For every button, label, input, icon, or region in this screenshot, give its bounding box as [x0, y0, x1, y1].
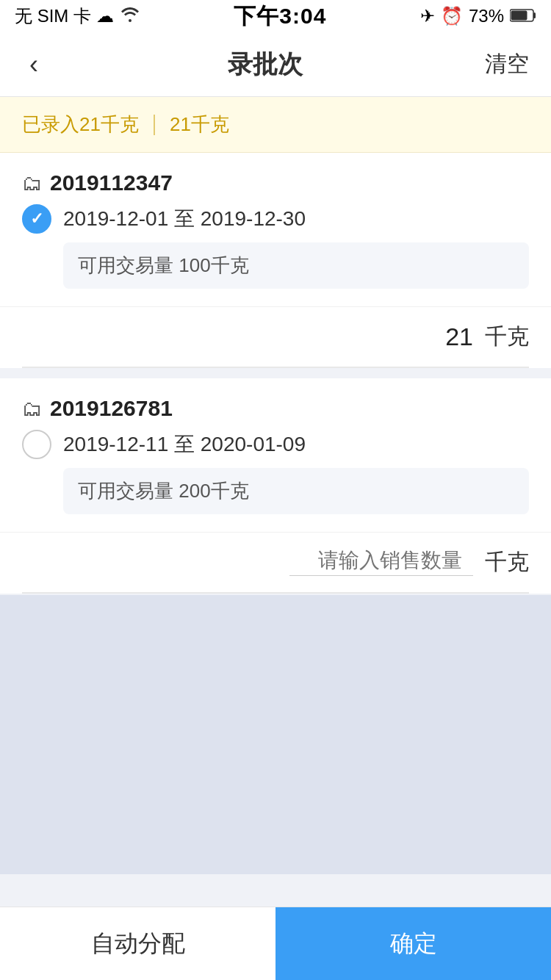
- svg-rect-2: [511, 11, 527, 21]
- input-underline-2: [289, 549, 473, 576]
- quantity-input-2[interactable]: [289, 549, 473, 572]
- batch-card-1: 🗂 2019112347 2019-12-01 至 2019-12-30 可用交…: [0, 153, 551, 368]
- quantity-row-1: 21 千克: [0, 306, 551, 367]
- quantity-unit-1: 千克: [485, 322, 529, 352]
- alarm-icon: ⏰: [441, 6, 463, 26]
- confirm-button[interactable]: 确定: [276, 907, 551, 980]
- section-sep-1: [22, 367, 529, 368]
- quantity-value-1: 21: [445, 323, 473, 351]
- status-time: 下午3:04: [234, 1, 326, 32]
- batch-row-2: 2019-12-11 至 2020-01-09: [22, 430, 529, 459]
- info-divider: [154, 115, 155, 135]
- sim-label: 无 SIM 卡 ☁: [15, 4, 114, 28]
- avail-box-1: 可用交易量 100千克: [63, 242, 529, 289]
- info-banner: 已录入21千克 21千克: [0, 97, 551, 153]
- clear-button[interactable]: 清空: [485, 49, 529, 79]
- batch-id-icon-2: 🗂: [22, 397, 43, 421]
- batch-id-2: 2019126781: [50, 396, 173, 421]
- batch-id-icon-1: 🗂: [22, 171, 43, 195]
- status-left: 无 SIM 卡 ☁: [15, 4, 140, 28]
- batch-date-1: 2019-12-01 至 2019-12-30: [63, 205, 306, 233]
- input-area-2: 千克: [0, 532, 551, 592]
- batch-card-2: 🗂 2019126781 2019-12-11 至 2020-01-09 可用交…: [0, 378, 551, 594]
- battery-icon: [510, 6, 536, 26]
- info-value: 21千克: [170, 112, 229, 137]
- section-sep-2: [22, 592, 529, 594]
- back-button[interactable]: ‹: [22, 42, 46, 87]
- location-icon: ✈: [420, 6, 435, 26]
- avail-box-2: 可用交易量 200千克: [63, 468, 529, 514]
- wifi-icon: [120, 6, 140, 26]
- batch-row-1: 2019-12-01 至 2019-12-30: [22, 204, 529, 234]
- batch-header-1: 🗂 2019112347: [22, 170, 529, 195]
- nav-bar: ‹ 录批次 清空: [0, 32, 551, 97]
- batch-item-2: 🗂 2019126781 2019-12-11 至 2020-01-09 可用交…: [0, 378, 551, 532]
- status-bar: 无 SIM 卡 ☁ 下午3:04 ✈ ⏰ 73%: [0, 0, 551, 32]
- bottom-bar: 自动分配 确定: [0, 907, 551, 980]
- radio-2[interactable]: [22, 430, 51, 459]
- auto-distribute-button[interactable]: 自动分配: [0, 907, 276, 980]
- unit-label-2: 千克: [485, 547, 529, 577]
- gray-area: [0, 595, 551, 874]
- radio-1[interactable]: [22, 204, 51, 234]
- batch-header-2: 🗂 2019126781: [22, 396, 529, 421]
- svg-rect-1: [533, 12, 536, 18]
- status-right: ✈ ⏰ 73%: [420, 6, 536, 26]
- batch-item-1: 🗂 2019112347 2019-12-01 至 2019-12-30 可用交…: [0, 153, 551, 306]
- battery-label: 73%: [469, 6, 504, 26]
- batch-date-2: 2019-12-11 至 2020-01-09: [63, 430, 306, 458]
- batch-id-1: 2019112347: [50, 170, 173, 195]
- page-title: 录批次: [228, 48, 303, 82]
- info-label: 已录入21千克: [22, 112, 139, 137]
